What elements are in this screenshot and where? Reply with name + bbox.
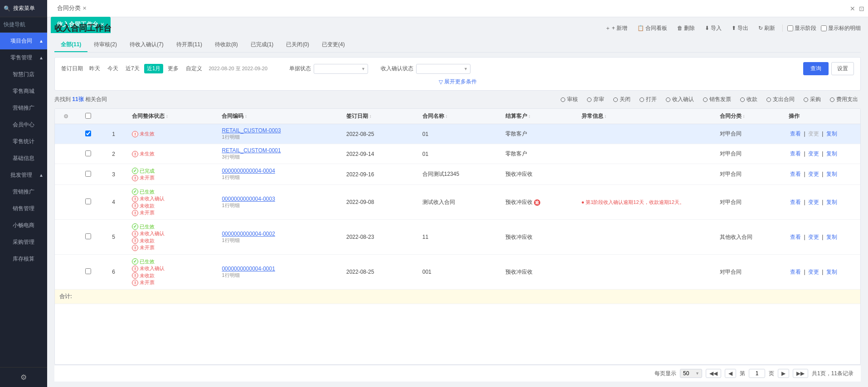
sidebar-item-xiaochange[interactable]: 小畅电商 [0,217,47,234]
show-stages-checkbox[interactable]: 显示阶段 [787,24,816,32]
last-page-button[interactable]: ▶▶ [793,369,808,378]
action-变更-link[interactable]: 变更 [808,234,819,240]
action-close-button[interactable]: 关闭 [611,94,633,105]
sidebar-item-sales_mgmt[interactable]: 销售管理 [0,200,47,217]
action-out_contract-button[interactable]: 支出合同 [764,94,797,105]
contract-code-link[interactable]: 0000000000004-0004 [222,168,275,174]
refresh-button[interactable]: ↻ 刷新 [756,23,778,34]
action-查看-link[interactable]: 查看 [790,131,801,137]
row-checkbox[interactable] [85,233,91,239]
action-变更-link[interactable]: 变更 [808,269,819,275]
last7days-btn[interactable]: 近7天 [123,64,142,73]
action-expense-button[interactable]: 费用支出 [827,94,861,105]
action-复制-link[interactable]: 复制 [826,131,837,137]
tab-close-icon[interactable]: ✕ [100,22,104,27]
row-checkbox[interactable] [85,171,91,177]
contract-code-link[interactable]: 0000000000004-0002 [222,231,275,237]
action-open-button[interactable]: 打开 [637,94,659,105]
action-abandon-button[interactable]: 弃审 [584,94,607,105]
action-复制-link[interactable]: 复制 [826,199,837,205]
contract-name-column-header[interactable]: 合同名称 [418,109,501,124]
yesterday-btn[interactable]: 昨天 [87,64,103,73]
sidebar-item-marketing2[interactable]: 营销推广 [0,184,47,200]
row-checkbox[interactable] [85,150,91,156]
action-payment-button[interactable]: 收款 [737,94,760,105]
new-button[interactable]: ＋ + 新增 [602,23,630,34]
error-info-column-header[interactable]: 异常信息 [577,109,715,124]
contract-code-link[interactable]: RETAIL_CUSTOM-0003 [222,127,281,134]
maximize-icon[interactable]: ⊡ [859,5,864,12]
filter-tab-pending_review[interactable]: 待审核(2) [87,38,123,52]
category-column-header[interactable]: 合同分类 [715,109,785,124]
customer-column-header[interactable]: 结算客户 [501,109,577,124]
gear-column-header[interactable]: ⚙ [55,109,77,124]
sidebar-item-retail_mgmt[interactable]: 零售管理▲ [0,49,47,66]
row-gear-icon[interactable] [55,124,77,144]
next-page-button[interactable]: ▶ [778,369,789,378]
action-查看-link[interactable]: 查看 [790,150,801,157]
today-btn[interactable]: 今天 [105,64,121,73]
sign-date-column-header[interactable]: 签订日期 [342,109,418,124]
sidebar-item-base_info[interactable]: 基础信息 [0,150,47,167]
overall-status-column-header[interactable]: 合同整体状态 [127,109,217,124]
contract-code-link[interactable]: RETAIL_CUSTOM-0001 [222,147,281,154]
action-sales_invoice-button[interactable]: 销售发票 [700,94,734,105]
expand-more-btn[interactable]: ▽ 展开更多条件 [439,78,477,86]
sidebar-item-member[interactable]: 会员中心 [0,116,47,133]
select-all-checkbox[interactable] [85,113,91,119]
row-gear-icon[interactable] [55,144,77,164]
contract-code-column-header[interactable]: 合同编码 [217,109,342,124]
doc-status-select[interactable] [314,64,368,74]
prev-page-button[interactable]: ◀ [725,369,736,378]
last1month-btn[interactable]: 近1月 [144,64,164,73]
import-button[interactable]: ⬇ 导入 [702,23,724,34]
income-confirm-select[interactable] [416,64,470,74]
action-查看-link[interactable]: 查看 [790,234,801,240]
action-复制-link[interactable]: 复制 [826,150,837,157]
filter-tab-pending_income_confirm[interactable]: 待收入确认(7) [123,38,170,52]
custom-btn[interactable]: 自定义 [183,64,205,73]
sidebar-item-purchase[interactable]: 采购管理 [0,234,47,251]
action-purchase-button[interactable]: 采购 [801,94,824,105]
row-gear-icon[interactable] [55,185,77,220]
delete-button[interactable]: 🗑 删除 [674,23,698,34]
sidebar-quick-nav[interactable]: 快捷导航 [0,17,47,33]
show-marks-checkbox[interactable]: 显示标的明细 [821,24,861,32]
action-income_confirm-button[interactable]: 收入确认 [663,94,697,105]
page-size-select[interactable]: 10 20 50 100 [680,369,702,378]
page-number-input[interactable] [749,369,765,378]
action-复制-link[interactable]: 复制 [826,269,837,275]
filter-tab-all[interactable]: 全部(11) [54,38,87,52]
action-变更-link[interactable]: 变更 [808,199,819,205]
sidebar-item-inventory[interactable]: 库存核算 [0,251,47,267]
filter-tab-closed[interactable]: 已关闭(0) [280,38,315,52]
sidebar-item-wholesale[interactable]: 批发管理▲ [0,167,47,184]
row-checkbox[interactable] [85,198,91,204]
tab-contract_type[interactable]: 合同分类✕ [51,0,111,17]
query-button[interactable]: 查询 [803,62,829,75]
contract-board-button[interactable]: 📋 合同看板 [635,23,670,34]
settings-icon[interactable]: ⚙ [0,367,47,387]
action-变更-link[interactable]: 变更 [808,150,819,157]
filter-tab-pending_invoice[interactable]: 待开票(11) [170,38,209,52]
action-变更-link[interactable]: 变更 [808,171,819,177]
action-复制-link[interactable]: 复制 [826,171,837,177]
action-变更-link[interactable]: 变更 [808,131,819,137]
row-checkbox[interactable] [85,268,91,274]
action-查看-link[interactable]: 查看 [790,269,801,275]
row-gear-icon[interactable] [55,255,77,290]
action-review-button[interactable]: 审核 [558,94,581,105]
row-gear-icon[interactable] [55,220,77,255]
sidebar-item-project[interactable]: 项目合同▲ [0,33,47,49]
sidebar-item-retail_stat[interactable]: 零售统计 [0,133,47,150]
action-查看-link[interactable]: 查看 [790,171,801,177]
filter-tab-completed[interactable]: 已完成(1) [244,38,280,52]
sidebar-search[interactable]: 🔍 搜索菜单 [0,0,47,17]
row-checkbox[interactable] [85,131,91,136]
contract-code-link[interactable]: 0000000000004-0001 [222,266,275,272]
sidebar-item-retail_mall[interactable]: 零售商城 [0,83,47,100]
tab-close-icon[interactable]: ✕ [82,5,87,11]
filter-settings-button[interactable]: 设置 [831,62,854,75]
close-window-icon[interactable]: ✕ [850,5,855,12]
more-btn[interactable]: 更多 [165,64,181,73]
